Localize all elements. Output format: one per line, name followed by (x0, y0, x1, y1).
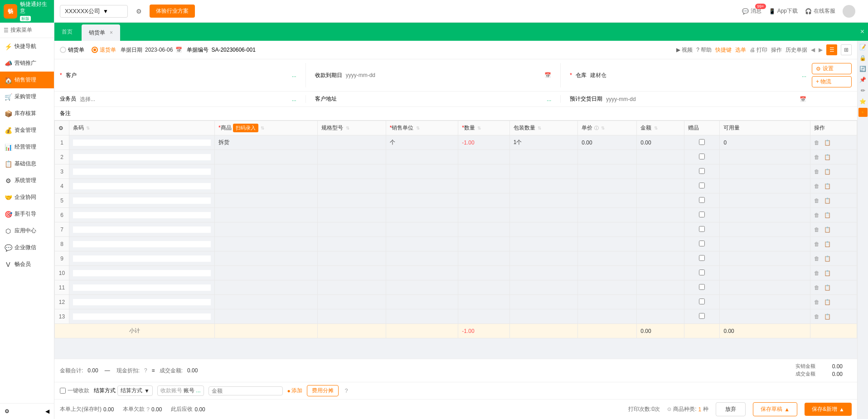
sidebar-item-wechat[interactable]: 💬 企业微信 (0, 239, 54, 256)
row-pack-qty[interactable] (509, 266, 578, 280)
row-pack-qty[interactable] (509, 309, 578, 324)
save-draft-btn[interactable]: 保存草稿 ▲ (753, 402, 797, 416)
row-unit[interactable] (386, 251, 458, 266)
sidebar-item-finance[interactable]: 💰 资金管理 (0, 122, 54, 139)
delete-icon[interactable]: 🗑 (814, 140, 820, 146)
row-amount[interactable] (637, 150, 684, 164)
row-pack-qty[interactable] (509, 193, 578, 208)
row-spec[interactable] (318, 135, 386, 150)
right-panel-btn-7[interactable]: 🔸 (858, 108, 868, 117)
account-dots[interactable]: ... (196, 387, 201, 394)
row-pack-qty[interactable] (509, 150, 578, 164)
app-download-btn[interactable]: 📱 App下载 (769, 7, 798, 15)
delete-icon[interactable]: 🗑 (814, 226, 820, 233)
next-icon[interactable]: ▶ (819, 47, 823, 53)
sidebar-item-system[interactable]: ⚙ 系统管理 (0, 172, 54, 189)
row-unit[interactable] (386, 164, 458, 179)
sidebar-item-sales[interactable]: 🏠 销售管理 (0, 72, 54, 88)
scan-btn[interactable]: 扫码录入 (233, 124, 258, 132)
salesperson-input[interactable] (80, 96, 288, 102)
row-gift[interactable] (684, 280, 720, 295)
row-spec[interactable] (318, 164, 386, 179)
row-spec[interactable] (318, 295, 386, 309)
row-barcode[interactable] (69, 193, 215, 208)
list-view-btn[interactable]: ☰ (826, 44, 837, 55)
row-price[interactable]: 0.00 (578, 135, 637, 150)
row-price[interactable] (578, 280, 637, 295)
row-gift[interactable] (684, 135, 720, 150)
th-gear[interactable]: ⚙ (55, 121, 69, 135)
delete-icon[interactable]: 🗑 (814, 313, 820, 320)
shortcut-btn[interactable]: 快捷键 (715, 46, 732, 54)
row-unit[interactable] (386, 266, 458, 280)
row-spec[interactable] (318, 193, 386, 208)
copy-icon[interactable]: 📋 (824, 169, 831, 175)
copy-icon[interactable]: 📋 (824, 241, 831, 247)
row-pack-qty[interactable] (509, 295, 578, 309)
row-unit[interactable] (386, 309, 458, 324)
right-panel-btn-6[interactable]: ⭐ (858, 97, 868, 106)
row-pack-qty[interactable] (509, 179, 578, 193)
close-tab-icon[interactable]: × (860, 28, 864, 36)
logistics-button[interactable]: + 物流 (812, 76, 852, 87)
operations-btn[interactable]: 操作 (771, 46, 782, 54)
copy-icon[interactable]: 📋 (824, 226, 831, 233)
row-price[interactable] (578, 251, 637, 266)
row-spec[interactable] (318, 251, 386, 266)
row-qty[interactable]: -1.00 (458, 135, 509, 150)
row-spec[interactable] (318, 266, 386, 280)
row-amount[interactable] (637, 266, 684, 280)
row-price[interactable] (578, 309, 637, 324)
row-product[interactable] (214, 179, 317, 193)
sidebar-item-apps[interactable]: ⬡ 应用中心 (0, 222, 54, 239)
row-unit[interactable] (386, 280, 458, 295)
row-amount[interactable] (637, 193, 684, 208)
grid-view-btn[interactable]: ⊞ (841, 44, 852, 55)
row-qty[interactable] (458, 193, 509, 208)
row-barcode[interactable] (69, 135, 215, 150)
row-qty[interactable] (458, 222, 509, 237)
sidebar-item-basics[interactable]: 📋 基础信息 (0, 155, 54, 172)
row-pack-qty[interactable] (509, 208, 578, 222)
row-gift[interactable] (684, 295, 720, 309)
row-unit[interactable]: 个 (386, 135, 458, 150)
customer-address-input[interactable] (340, 96, 543, 102)
row-price[interactable] (578, 150, 637, 164)
note-input[interactable] (74, 111, 852, 117)
row-price[interactable] (578, 295, 637, 309)
copy-icon[interactable]: 📋 (824, 299, 831, 305)
due-date-calendar-icon[interactable]: 📅 (544, 72, 551, 78)
row-barcode[interactable] (69, 222, 215, 237)
row-spec[interactable] (318, 309, 386, 324)
right-panel-btn-2[interactable]: 🔒 (858, 53, 868, 63)
row-amount[interactable] (637, 222, 684, 237)
row-spec[interactable] (318, 208, 386, 222)
customer-dots[interactable]: ... (292, 72, 296, 78)
row-price[interactable] (578, 193, 637, 208)
online-service-btn[interactable]: 🎧 在线客服 (805, 7, 835, 15)
row-product[interactable] (214, 222, 317, 237)
row-spec[interactable] (318, 150, 386, 164)
row-unit[interactable] (386, 222, 458, 237)
sidebar-item-quick-nav[interactable]: ⚡ 快捷导航 (0, 38, 54, 55)
radio-return-order[interactable]: 退货单 (92, 46, 116, 54)
row-gift[interactable] (684, 222, 720, 237)
row-qty[interactable] (458, 280, 509, 295)
add-payment-btn[interactable]: ● 添加 (287, 387, 302, 395)
print-btn[interactable]: 🖨 打印 (750, 46, 767, 54)
delivery-calendar-icon[interactable]: 📅 (800, 96, 806, 102)
row-qty[interactable] (458, 208, 509, 222)
row-amount[interactable] (637, 295, 684, 309)
row-product[interactable] (214, 150, 317, 164)
row-gift[interactable] (684, 237, 720, 251)
sidebar-item-inventory[interactable]: 📦 库存核算 (0, 105, 54, 122)
row-gift[interactable] (684, 309, 720, 324)
row-product[interactable]: 拆货 (214, 135, 317, 150)
address-dots[interactable]: ... (547, 96, 551, 102)
copy-icon[interactable]: 📋 (824, 313, 831, 320)
row-price[interactable] (578, 164, 637, 179)
row-barcode[interactable] (69, 309, 215, 324)
row-gift[interactable] (684, 208, 720, 222)
row-amount[interactable] (637, 164, 684, 179)
settings-gear-btn[interactable]: ⚙ (132, 5, 145, 18)
